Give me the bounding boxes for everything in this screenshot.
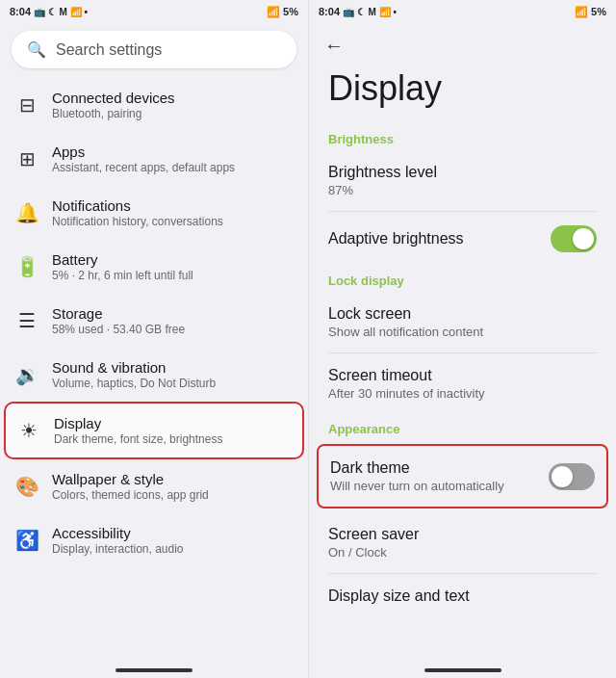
settings-item-wallpaper[interactable]: 🎨 Wallpaper & style Colors, themed icons…: [4, 459, 304, 513]
settings-item-sound[interactable]: 🔉 Sound & vibration Volume, haptics, Do …: [4, 348, 304, 402]
settings-item-apps[interactable]: ⊞ Apps Assistant, recent apps, default a…: [4, 132, 304, 186]
item-subtitle-sound: Volume, haptics, Do Not Disturb: [52, 377, 216, 390]
search-icon: 🔍: [27, 40, 46, 59]
item-title-display-size-text: Display size and text: [328, 587, 470, 605]
display-item-adaptive-brightness[interactable]: Adaptive brightness: [309, 212, 616, 266]
wifi-icon-right: 📶: [575, 6, 588, 18]
item-title-connected-devices: Connected devices: [52, 90, 175, 106]
icons-left: 📺 ☾ M 📶 •: [34, 7, 88, 17]
search-placeholder: Search settings: [56, 41, 162, 59]
item-text-wallpaper: Wallpaper & style Colors, themed icons, …: [52, 471, 209, 502]
item-text-accessibility: Accessibility Display, interaction, audi…: [52, 525, 184, 556]
item-sub-brightness-level: 87%: [328, 183, 437, 197]
display-item-screen-saver[interactable]: Screen saver On / Clock: [309, 512, 616, 573]
display-item-screen-timeout[interactable]: Screen timeout After 30 minutes of inact…: [309, 353, 616, 414]
item-text-connected-devices: Connected devices Bluetooth, pairing: [52, 90, 175, 120]
right-panel: 8:04 📺 ☾ M 📶 • 📶 5% ← Display Brightness…: [308, 0, 616, 678]
item-title-accessibility: Accessibility: [52, 525, 184, 541]
time-left: 8:04: [10, 6, 31, 17]
wifi-icon-left: 📶: [267, 6, 280, 18]
page-title: Display: [309, 61, 616, 124]
battery-left: 5%: [283, 6, 298, 17]
item-subtitle-wallpaper: Colors, themed icons, app grid: [52, 488, 209, 502]
display-item-dark-theme[interactable]: Dark theme Will never turn on automatica…: [317, 444, 608, 508]
settings-item-connected-devices[interactable]: ⊟ Connected devices Bluetooth, pairing: [4, 78, 304, 132]
icon-apps: ⊞: [15, 147, 38, 170]
section-label-brightness: Brightness: [309, 124, 616, 150]
toggle-adaptive-brightness[interactable]: [551, 225, 597, 252]
display-settings-content: Brightness Brightness level 87% Adaptive…: [309, 124, 616, 663]
item-text-battery: Battery 5% · 2 hr, 6 min left until full: [52, 251, 193, 282]
bottom-bar-right: [424, 668, 501, 672]
item-title-apps: Apps: [52, 143, 235, 160]
item-sub-screen-saver: On / Clock: [328, 545, 419, 560]
display-item-brightness-level[interactable]: Brightness level 87%: [309, 150, 616, 211]
item-subtitle-accessibility: Display, interaction, audio: [52, 542, 184, 556]
settings-item-battery[interactable]: 🔋 Battery 5% · 2 hr, 6 min left until fu…: [4, 240, 304, 294]
icon-storage: ☰: [15, 309, 38, 332]
icon-battery: 🔋: [15, 255, 38, 278]
item-title-storage: Storage: [52, 305, 185, 322]
item-sub-lock-screen: Show all notification content: [328, 325, 483, 339]
item-title-screen-timeout: Screen timeout: [328, 367, 485, 384]
status-bar-right: 8:04 📺 ☾ M 📶 • 📶 5%: [309, 0, 616, 23]
item-text-sound: Sound & vibration Volume, haptics, Do No…: [52, 359, 216, 390]
item-subtitle-battery: 5% · 2 hr, 6 min left until full: [52, 269, 193, 282]
item-text-storage: Storage 58% used · 53.40 GB free: [52, 305, 185, 336]
icon-connected-devices: ⊟: [15, 93, 38, 117]
settings-list: ⊟ Connected devices Bluetooth, pairing ⊞…: [0, 78, 308, 663]
back-button[interactable]: ←: [309, 23, 616, 61]
item-subtitle-storage: 58% used · 53.40 GB free: [52, 323, 185, 336]
item-subtitle-apps: Assistant, recent apps, default apps: [52, 161, 235, 174]
item-title-brightness-level: Brightness level: [328, 164, 437, 181]
item-subtitle-notifications: Notification history, conversations: [52, 215, 223, 228]
icons-right: 📺 ☾ M 📶 •: [343, 7, 397, 17]
search-bar[interactable]: 🔍 Search settings: [12, 31, 296, 68]
item-title-wallpaper: Wallpaper & style: [52, 471, 209, 487]
display-item-lock-screen[interactable]: Lock screen Show all notification conten…: [309, 292, 616, 352]
settings-item-display[interactable]: ☀ Display Dark theme, font size, brightn…: [4, 402, 304, 459]
item-title-lock-screen: Lock screen: [328, 305, 483, 323]
item-title-dark-theme: Dark theme: [330, 459, 504, 477]
left-panel: 8:04 📺 ☾ M 📶 • 📶 5% 🔍 Search settings ⊟ …: [0, 0, 308, 678]
item-title-sound: Sound & vibration: [52, 359, 216, 376]
display-item-display-size-text[interactable]: Display size and text: [309, 574, 616, 618]
item-text-apps: Apps Assistant, recent apps, default app…: [52, 143, 235, 174]
settings-item-notifications[interactable]: 🔔 Notifications Notification history, co…: [4, 186, 304, 240]
item-text-display: Display Dark theme, font size, brightnes…: [54, 415, 222, 446]
item-title-battery: Battery: [52, 251, 193, 268]
item-sub-screen-timeout: After 30 minutes of inactivity: [328, 386, 485, 401]
item-text-notifications: Notifications Notification history, conv…: [52, 197, 223, 228]
settings-item-storage[interactable]: ☰ Storage 58% used · 53.40 GB free: [4, 294, 304, 348]
item-subtitle-display: Dark theme, font size, brightness: [54, 432, 222, 446]
icon-display: ☀: [17, 419, 40, 442]
bottom-bar-left: [116, 668, 192, 672]
toggle-dark-theme[interactable]: [549, 463, 595, 490]
battery-right: 5%: [591, 6, 606, 17]
icon-notifications: 🔔: [15, 201, 38, 224]
item-sub-dark-theme: Will never turn on automatically: [330, 479, 504, 493]
item-title-display: Display: [54, 415, 222, 431]
item-title-screen-saver: Screen saver: [328, 526, 419, 543]
settings-item-accessibility[interactable]: ♿ Accessibility Display, interaction, au…: [4, 513, 304, 567]
icon-wallpaper: 🎨: [15, 475, 38, 498]
icon-sound: 🔉: [15, 363, 38, 386]
item-title-notifications: Notifications: [52, 197, 223, 214]
item-title-adaptive-brightness: Adaptive brightness: [328, 230, 464, 248]
item-subtitle-connected-devices: Bluetooth, pairing: [52, 107, 175, 120]
icon-accessibility: ♿: [15, 529, 38, 552]
section-label-lock-display: Lock display: [309, 266, 616, 292]
time-right: 8:04: [319, 6, 340, 17]
status-bar-left: 8:04 📺 ☾ M 📶 • 📶 5%: [0, 0, 308, 23]
section-label-appearance: Appearance: [309, 414, 616, 440]
